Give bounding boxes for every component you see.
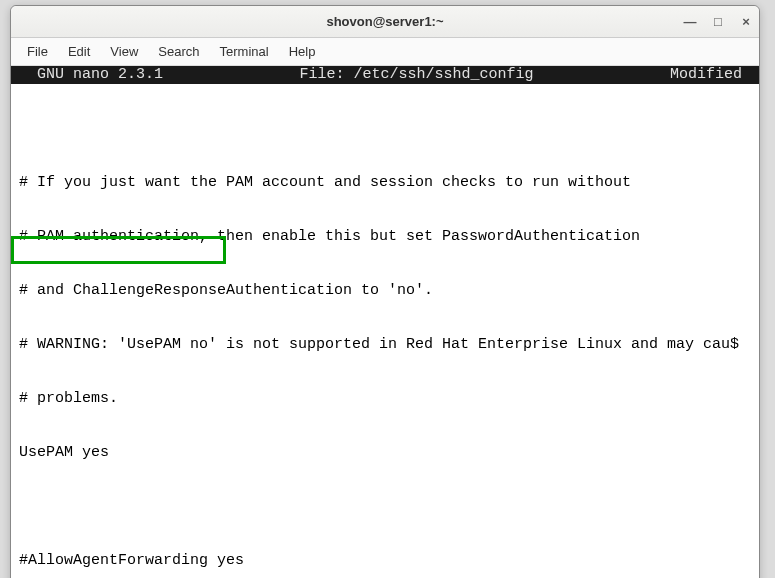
nano-version: GNU nano 2.3.1 [19,66,163,84]
editor-line: UsePAM yes [19,444,751,462]
menubar: File Edit View Search Terminal Help [11,38,759,66]
terminal-content[interactable]: GNU nano 2.3.1 File: /etc/ssh/sshd_confi… [11,66,759,578]
window-title: shovon@server1:~ [326,14,443,29]
menu-edit[interactable]: Edit [60,42,98,61]
nano-file-label: File: /etc/ssh/sshd_config [163,66,670,84]
maximize-icon[interactable]: □ [711,15,725,29]
editor-line: #AllowAgentForwarding yes [19,552,751,570]
menu-view[interactable]: View [102,42,146,61]
editor-line: # problems. [19,390,751,408]
editor-line: # and ChallengeResponseAuthentication to… [19,282,751,300]
menu-file[interactable]: File [19,42,56,61]
close-icon[interactable]: × [739,15,753,29]
editor-body[interactable]: # If you just want the PAM account and s… [11,84,759,578]
nano-status: Modified [670,66,751,84]
window-controls: — □ × [683,15,753,29]
nano-header: GNU nano 2.3.1 File: /etc/ssh/sshd_confi… [11,66,759,84]
editor-line: # If you just want the PAM account and s… [19,174,751,192]
menu-help[interactable]: Help [281,42,324,61]
menu-search[interactable]: Search [150,42,207,61]
editor-line: # WARNING: 'UsePAM no' is not supported … [19,336,751,354]
titlebar: shovon@server1:~ — □ × [11,6,759,38]
editor-line [19,498,751,516]
editor-line [19,120,751,138]
menu-terminal[interactable]: Terminal [212,42,277,61]
terminal-window: shovon@server1:~ — □ × File Edit View Se… [10,5,760,578]
minimize-icon[interactable]: — [683,15,697,29]
editor-line: # PAM authentication, then enable this b… [19,228,751,246]
